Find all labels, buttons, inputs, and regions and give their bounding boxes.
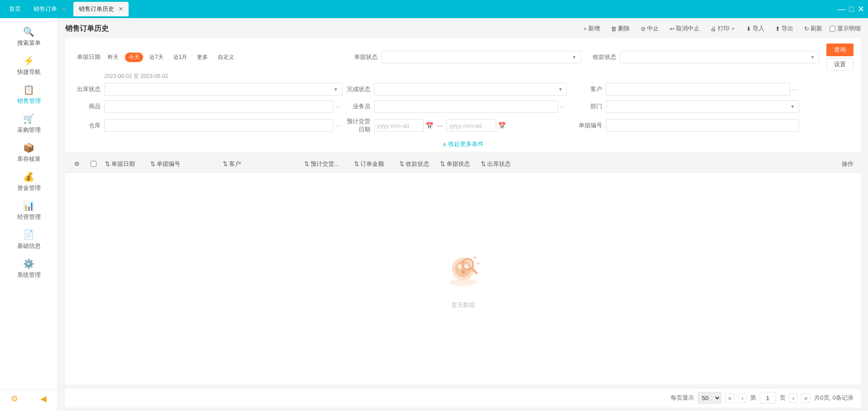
filter-area: 单据日期 昨天 今天 近7天 近1月 更多 自定义 单据状态 [65, 38, 861, 152]
doc-status-select[interactable]: ▼ [381, 51, 580, 63]
delivery-date-from-input[interactable]: yyyy-mm-dd [374, 119, 424, 132]
salesperson-select[interactable] [374, 100, 558, 113]
sidebar-item-inventory[interactable]: 📦 库存核算 [0, 138, 58, 167]
refresh-button[interactable]: ↻ 刷新 [801, 23, 826, 34]
goods-select[interactable] [104, 100, 333, 113]
out-status-select[interactable]: ▼ [104, 83, 342, 96]
delivery-date-to-placeholder: yyyy-mm-dd [450, 122, 482, 129]
show-detail-checkbox[interactable] [830, 26, 835, 32]
select-all-checkbox[interactable] [91, 161, 96, 167]
print-button[interactable]: 🖨 打印 ▼ [707, 23, 739, 34]
sidebar-collapse-icon[interactable]: ◀ [40, 394, 47, 404]
salesperson-ellipsis-icon[interactable]: ··· [558, 103, 567, 110]
sidebar-item-finance[interactable]: 💰 资金管理 [0, 167, 58, 196]
prev-page-button[interactable]: ‹ [738, 393, 746, 403]
toolbar: + 新增 🗑 删除 ⊘ 中止 ↩ 取消中止 🖨 打印 [580, 23, 861, 34]
show-detail-checkbox-label[interactable]: 显示明细 [830, 24, 861, 33]
svg-point-3 [458, 264, 462, 269]
sidebar-item-system[interactable]: ⚙️ 系统管理 [0, 254, 58, 283]
stop-label: 中止 [647, 24, 659, 33]
first-page-button[interactable]: « [725, 393, 734, 403]
sidebar-item-purchase[interactable]: 🛒 采购管理 [0, 109, 58, 138]
customer-field: ··· [606, 83, 799, 96]
sidebar-item-sales[interactable]: 📋 销售管理 [0, 80, 58, 109]
th-pay-status[interactable]: ⇅ 收款状态 [396, 160, 436, 168]
date-badge-row: 昨天 今天 近7天 近1月 更多 自定义 [104, 53, 238, 62]
delete-button[interactable]: 🗑 删除 [607, 23, 633, 34]
date-badge-more[interactable]: 更多 [193, 53, 211, 62]
sidebar-item-quick-nav[interactable]: ⚡ 快捷导航 [0, 51, 58, 80]
delivery-date-from-calendar-icon[interactable]: 📅 [426, 122, 433, 129]
dept-select[interactable]: ▼ [606, 100, 799, 113]
per-page-select[interactable]: 50 10 20 100 [698, 392, 721, 404]
query-button[interactable]: 查询 [826, 44, 854, 56]
tab-sales-order[interactable]: 销售订单 ✕ [28, 2, 72, 16]
minimize-button[interactable]: — [837, 5, 845, 14]
maximize-button[interactable]: □ [849, 5, 854, 14]
complete-status-select[interactable]: ▼ [374, 83, 567, 96]
delivery-date-to-calendar-icon[interactable]: 📅 [498, 122, 506, 129]
sidebar-item-inventory-label: 库存核算 [17, 155, 41, 163]
per-page-label: 每页显示 [671, 394, 694, 402]
export-button[interactable]: ⬆ 导出 [772, 23, 797, 34]
tab-home[interactable]: 首页 [4, 2, 26, 16]
sidebar-settings-icon[interactable]: ⚙ [11, 394, 18, 404]
delete-label: 删除 [618, 24, 630, 33]
filter-row-2: 出库状态 ▼ 完成状态 ▼ 客户 [72, 83, 854, 96]
warehouse-ellipsis-icon[interactable]: ··· [333, 122, 342, 129]
th-customer[interactable]: ⇅ 客户 [219, 160, 301, 168]
last-page-button[interactable]: » [801, 393, 810, 403]
stop-button[interactable]: ⊘ 中止 [637, 23, 662, 34]
next-page-button[interactable]: › [789, 393, 797, 403]
goods-ellipsis-icon[interactable]: ··· [333, 103, 342, 110]
import-label: 导入 [753, 24, 764, 33]
search-menu-icon: 🔍 [23, 26, 34, 37]
show-detail-label-text: 显示明细 [837, 24, 861, 33]
th-docno[interactable]: ⇅ 单据编号 [147, 160, 219, 168]
th-date[interactable]: ⇅ 单据日期 [101, 160, 147, 168]
sidebar-item-basic-info[interactable]: 📄 基础信息 [0, 225, 58, 254]
sidebar: 🔍 搜索菜单 ⚡ 快捷导航 📋 销售管理 🛒 采购管理 📦 库存核算 💰 资金管… [0, 18, 58, 411]
tab-sales-history[interactable]: 销售订单历史 ✕ [73, 2, 129, 16]
cancel-stop-button[interactable]: ↩ 取消中止 [666, 23, 703, 34]
th-amount[interactable]: ⇅ 订单金额 [350, 160, 396, 168]
page-input[interactable] [760, 392, 776, 404]
sidebar-item-search-menu[interactable]: 🔍 搜索菜单 [0, 22, 58, 51]
delivery-date-to-input[interactable]: yyyy-mm-dd [446, 119, 496, 132]
system-icon: ⚙️ [23, 258, 34, 269]
th-checkbox[interactable] [85, 161, 101, 167]
refresh-icon: ↻ [804, 25, 809, 32]
collapse-link[interactable]: ∧ 收起更多条件 [72, 138, 854, 148]
table-header: ⚙ ⇅ 单据日期 ⇅ 单据编号 ⇅ 客户 ⇅ [65, 155, 861, 173]
customer-ellipsis-icon[interactable]: ··· [790, 86, 799, 93]
set-button[interactable]: 设置 [826, 58, 854, 71]
date-field: 昨天 今天 近7天 近1月 更多 自定义 [104, 53, 350, 62]
date-badge-today[interactable]: 今天 [125, 53, 143, 62]
tab-sales-history-close[interactable]: ✕ [119, 6, 123, 12]
goods-label: 商品 [72, 102, 104, 111]
th-out-status[interactable]: ⇅ 出库状态 [477, 160, 518, 168]
pay-status-select[interactable]: ▼ [620, 51, 819, 63]
sidebar-item-operations[interactable]: 📊 经营管理 [0, 196, 58, 225]
th-ops: 操作 [518, 160, 857, 168]
sidebar-item-sales-label: 销售管理 [17, 97, 41, 105]
customer-select[interactable] [606, 83, 790, 96]
date-badge-1month[interactable]: 近1月 [170, 53, 191, 62]
tab-sales-order-close[interactable]: ✕ [62, 6, 66, 12]
import-button[interactable]: ⬇ 导入 [743, 23, 768, 34]
new-icon: + [584, 25, 587, 32]
warehouse-select[interactable] [104, 119, 333, 132]
th-settings[interactable]: ⚙ [69, 160, 85, 167]
finance-icon: 💰 [23, 171, 34, 182]
new-button[interactable]: + 新增 [580, 23, 604, 34]
th-delivery[interactable]: ⇅ 预计交货... [301, 160, 350, 168]
date-badge-7days[interactable]: 近7天 [146, 53, 167, 62]
docno-input[interactable] [606, 119, 799, 132]
filter-row-1: 单据日期 昨天 今天 近7天 近1月 更多 自定义 单据状态 [72, 44, 854, 71]
date-badge-custom[interactable]: 自定义 [214, 53, 238, 62]
delivery-date-sep: — [435, 122, 445, 129]
filter-pay-status-col: 收款状态 ▼ [581, 51, 819, 63]
close-button[interactable]: ✕ [858, 4, 864, 14]
date-badge-yesterday[interactable]: 昨天 [104, 53, 122, 62]
th-doc-status[interactable]: ⇅ 单据状态 [436, 160, 477, 168]
